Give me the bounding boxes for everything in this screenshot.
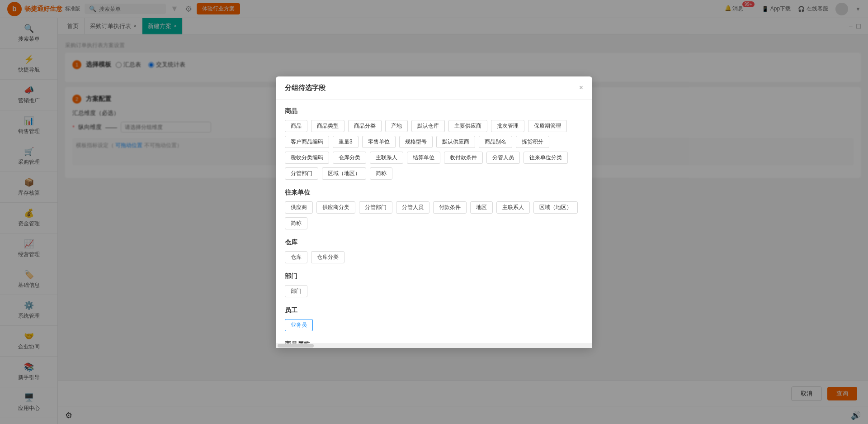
field-tag[interactable]: 简称	[285, 217, 307, 229]
field-tag[interactable]: 商品分类	[348, 120, 382, 132]
field-tag[interactable]: 零售单位	[362, 136, 396, 148]
modal-body[interactable]: 商品 商品 商品类型 商品分类 产地 默认仓库 主要供应商 批次管理 保质期管理…	[276, 100, 592, 343]
modal-close-button[interactable]: ×	[579, 84, 583, 92]
product-fields: 商品 商品类型 商品分类 产地 默认仓库 主要供应商 批次管理 保质期管理 客户…	[285, 120, 583, 180]
field-tag[interactable]: 区域（地区）	[322, 167, 366, 180]
field-tag[interactable]: 供应商分类	[316, 201, 355, 214]
field-tag[interactable]: 仓库	[285, 251, 307, 263]
modal: 分组待选字段 × 商品 商品 商品类型 商品分类 产地 默认仓库 主要供应商 批…	[276, 76, 592, 348]
field-tag[interactable]: 往来单位分类	[524, 152, 568, 164]
section-counterparty-title: 往来单位	[285, 189, 583, 197]
section-department-title: 部门	[285, 272, 583, 281]
modal-overlay: 分组待选字段 × 商品 商品 商品类型 商品分类 产地 默认仓库 主要供应商 批…	[0, 0, 868, 424]
field-tag[interactable]: 分管人员	[486, 152, 520, 164]
field-tag[interactable]: 部门	[285, 285, 307, 297]
field-tag[interactable]: 规格型号	[399, 136, 433, 148]
department-fields: 部门	[285, 285, 583, 297]
modal-title: 分组待选字段	[285, 84, 326, 92]
section-warehouse-title: 仓库	[285, 238, 583, 247]
field-tag[interactable]: 商品别名	[479, 136, 512, 148]
section-warehouse: 仓库 仓库 仓库分类	[285, 238, 583, 263]
employee-fields: 业务员	[285, 319, 583, 331]
field-tag[interactable]: 批次管理	[491, 120, 524, 132]
field-tag[interactable]: 默认供应商	[436, 136, 475, 148]
field-tag[interactable]: 重量3	[333, 136, 359, 148]
field-tag[interactable]: 分管部门	[359, 201, 392, 214]
section-product-attr-title: 商品属性	[285, 340, 583, 343]
field-tag[interactable]: 主联系人	[496, 201, 530, 214]
field-tag[interactable]: 商品类型	[311, 120, 344, 132]
section-counterparty: 往来单位 供应商 供应商分类 分管部门 分管人员 付款条件 地区 主联系人 区域…	[285, 189, 583, 229]
section-product-attr: 商品属性 属性 颜色 多规格 尺码 鞋码 1	[285, 340, 583, 343]
field-tag[interactable]: 税收分类编码	[285, 152, 329, 164]
field-tag[interactable]: 主联系人	[370, 152, 403, 164]
field-tag[interactable]: 仓库分类	[311, 251, 344, 263]
field-tag[interactable]: 商品	[285, 120, 307, 132]
field-tag[interactable]: 拣货积分	[516, 136, 549, 148]
field-tag[interactable]: 分管人员	[396, 201, 429, 214]
modal-hscroll-thumb[interactable]	[278, 344, 314, 348]
field-tag[interactable]: 仓库分类	[333, 152, 366, 164]
modal-horizontal-scrollbar[interactable]	[276, 343, 592, 348]
field-tag[interactable]: 业务员	[285, 319, 313, 331]
section-employee-title: 员工	[285, 306, 583, 314]
field-tag[interactable]: 客户商品编码	[285, 136, 329, 148]
field-tag[interactable]: 结算单位	[407, 152, 440, 164]
field-tag[interactable]: 默认仓库	[411, 120, 445, 132]
field-tag[interactable]: 主要供应商	[448, 120, 487, 132]
section-product: 商品 商品 商品类型 商品分类 产地 默认仓库 主要供应商 批次管理 保质期管理…	[285, 107, 583, 180]
field-tag[interactable]: 产地	[385, 120, 408, 132]
field-tag[interactable]: 区域（地区）	[533, 201, 578, 214]
warehouse-fields: 仓库 仓库分类	[285, 251, 583, 263]
section-employee: 员工 业务员	[285, 306, 583, 331]
field-tag[interactable]: 保质期管理	[528, 120, 567, 132]
field-tag[interactable]: 简称	[370, 167, 392, 180]
field-tag[interactable]: 供应商	[285, 201, 313, 214]
modal-header: 分组待选字段 ×	[276, 76, 592, 100]
section-product-title: 商品	[285, 107, 583, 115]
field-tag[interactable]: 地区	[470, 201, 493, 214]
field-tag[interactable]: 收付款条件	[444, 152, 483, 164]
section-department: 部门 部门	[285, 272, 583, 297]
field-tag[interactable]: 付款条件	[433, 201, 467, 214]
field-tag[interactable]: 分管部门	[285, 167, 318, 180]
counterparty-fields: 供应商 供应商分类 分管部门 分管人员 付款条件 地区 主联系人 区域（地区） …	[285, 201, 583, 229]
